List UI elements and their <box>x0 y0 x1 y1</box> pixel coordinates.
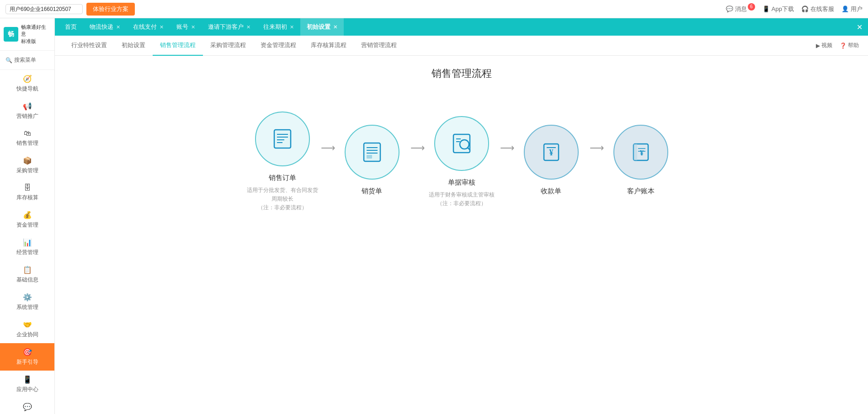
search-icon: 🔍 <box>5 57 12 64</box>
sidebar-item-finance-mgmt[interactable]: 💰 资金管理 <box>0 206 54 234</box>
sidebar-logo: 畅 畅康通好生意 标准版 <box>0 18 54 51</box>
flow-step-desc-sales-order: 适用于分批发货、有合同发货周期较长 （注：非必要流程） <box>246 186 319 212</box>
nav-tab-online-pay[interactable]: 在线支付 ✕ <box>127 18 170 36</box>
close-logistics-icon[interactable]: ✕ <box>116 24 120 30</box>
flow-step-name-sales-invoice: 销货单 <box>362 187 382 196</box>
flow-arrow-3: ⟶ <box>500 142 513 181</box>
nav-close-all-btn[interactable]: ✕ <box>855 21 864 33</box>
sidebar: 畅 畅康通好生意 标准版 🔍 搜索菜单 🧭 快捷导航 📢 营销推广 🛍 销售管理… <box>0 18 55 414</box>
sub-tab-right-actions: ▶ 视频 ❓ 帮助 <box>816 42 859 49</box>
purchase-mgmt-icon: 📦 <box>23 156 32 165</box>
flow-circle-doc-review <box>434 116 489 171</box>
subtab-industry-features[interactable]: 行业特性设置 <box>64 36 114 56</box>
close-online-pay-icon[interactable]: ✕ <box>160 24 164 30</box>
sub-tabs: 行业特性设置 初始设置 销售管理流程 采购管理流程 资金管理流程 库存核算流程 … <box>55 36 868 56</box>
online-service-item[interactable]: 🎧 在线客服 <box>801 5 834 13</box>
sidebar-item-quick-nav[interactable]: 🧭 快捷导航 <box>0 70 54 97</box>
user-select[interactable]: 用户690企业1660120507 <box>5 4 83 14</box>
sidebar-item-enterprise-collab[interactable]: 🤝 企业协同 <box>0 316 54 343</box>
flow-step-name-receipt-voucher: 收款单 <box>541 187 561 196</box>
flow-step-sales-order[interactable]: 销售订单 适用于分批发货、有合同发货周期较长 （注：非必要流程） <box>246 111 319 212</box>
user-label: 用户 <box>851 5 863 13</box>
close-period-icon[interactable]: ✕ <box>290 24 294 30</box>
enterprise-wechat-icon: 💬 <box>23 403 32 411</box>
system-mgmt-icon: ⚙️ <box>23 293 32 302</box>
svg-text:¥: ¥ <box>549 148 553 157</box>
app-center-icon: 📱 <box>23 375 32 384</box>
nav-bar: 首页 物流快递 ✕ 在线支付 ✕ 账号 ✕ 邀请下游客户 ✕ 往来期初 ✕ <box>55 18 868 36</box>
help-icon: ❓ <box>840 42 847 49</box>
svg-rect-5 <box>364 143 380 161</box>
subtab-sales-mgmt-flow[interactable]: 销售管理流程 <box>153 36 203 56</box>
app-download-item[interactable]: 📱 App下载 <box>762 5 794 13</box>
sidebar-item-sales-mgmt[interactable]: 🛍 销售管理 <box>0 125 54 152</box>
app-download-label: App下载 <box>772 5 794 13</box>
flow-circle-sales-invoice <box>345 125 399 180</box>
sidebar-item-app-center[interactable]: 📱 应用中心 <box>0 371 54 398</box>
svg-rect-0 <box>274 130 291 148</box>
svg-rect-9 <box>367 155 372 159</box>
subtab-purchase-mgmt-flow[interactable]: 采购管理流程 <box>203 36 253 56</box>
subtab-marketing-mgmt-flow[interactable]: 营销管理流程 <box>354 36 404 56</box>
message-item[interactable]: 💬 消息 6 <box>726 5 755 13</box>
user-item[interactable]: 👤 用户 <box>841 5 863 13</box>
flow-circle-sales-order <box>255 111 310 166</box>
nav-tab-invite-downstream[interactable]: 邀请下游客户 ✕ <box>202 18 257 36</box>
svg-text:¥: ¥ <box>640 149 644 157</box>
flow-step-doc-review[interactable]: 单据审核 适用于财务审核或主管审核 （注：非必要流程） <box>425 116 498 208</box>
main-layout: 畅 畅康通好生意 标准版 🔍 搜索菜单 🧭 快捷导航 📢 营销推广 🛍 销售管理… <box>0 18 868 414</box>
sidebar-item-enterprise-wechat[interactable]: 💬 企业微信 <box>0 398 54 414</box>
top-bar-left: 用户690企业1660120507 体验行业方案 <box>5 3 135 16</box>
sidebar-item-inventory[interactable]: 🗄 库存核算 <box>0 179 54 206</box>
message-label: 消息 <box>735 5 747 13</box>
flow-step-sales-invoice[interactable]: 销货单 <box>335 125 409 199</box>
content-area: 首页 物流快递 ✕ 在线支付 ✕ 账号 ✕ 邀请下游客户 ✕ 往来期初 ✕ <box>55 18 868 414</box>
message-badge: 6 <box>748 3 755 11</box>
online-service-label: 在线客服 <box>810 5 834 13</box>
flow-step-receipt-voucher[interactable]: ¥ 收款单 <box>515 125 588 199</box>
quick-nav-icon: 🧭 <box>23 74 32 83</box>
app-icon: 📱 <box>762 5 770 12</box>
video-btn[interactable]: ▶ 视频 <box>816 42 832 49</box>
flow-step-customer-ledger[interactable]: ¥ 客户账本 <box>604 125 677 199</box>
nav-tab-account[interactable]: 账号 ✕ <box>170 18 202 36</box>
trial-btn[interactable]: 体验行业方案 <box>86 3 135 16</box>
flow-circle-receipt-voucher: ¥ <box>524 125 579 180</box>
page-content: 销售管理流程 销售订单 适用于分批发货、有合同 <box>55 56 868 414</box>
nav-tab-initial-setup[interactable]: 初始设置 ✕ <box>300 18 344 36</box>
logo-icon: 畅 <box>4 27 18 42</box>
nav-tab-home[interactable]: 首页 <box>59 18 83 36</box>
top-bar-right: 💬 消息 6 📱 App下载 🎧 在线客服 👤 用户 <box>726 5 863 13</box>
sidebar-item-marketing-promo[interactable]: 📢 营销推广 <box>0 97 54 125</box>
page-title: 销售管理流程 <box>66 67 857 80</box>
close-account-icon[interactable]: ✕ <box>191 24 195 30</box>
flow-arrow-2: ⟶ <box>410 142 423 181</box>
nav-tab-period-init[interactable]: 往来期初 ✕ <box>257 18 300 36</box>
sidebar-item-purchase-mgmt[interactable]: 📦 采购管理 <box>0 152 54 179</box>
help-btn[interactable]: ❓ 帮助 <box>840 42 859 49</box>
user-avatar-icon: 👤 <box>841 5 849 12</box>
close-initial-setup-icon[interactable]: ✕ <box>333 24 337 30</box>
svg-rect-10 <box>453 134 470 153</box>
subtab-finance-mgmt-flow[interactable]: 资金管理流程 <box>253 36 304 56</box>
basic-info-icon: 📋 <box>23 265 32 274</box>
svg-rect-19 <box>634 144 637 160</box>
search-menu-btn[interactable]: 🔍 搜索菜单 <box>4 54 51 66</box>
top-bar: 用户690企业1660120507 体验行业方案 💬 消息 6 📱 App下载 … <box>0 0 868 18</box>
sidebar-item-operations-mgmt[interactable]: 📊 经营管理 <box>0 234 54 261</box>
sidebar-item-new-guide[interactable]: 🎯 新手引导 <box>0 343 54 371</box>
close-invite-icon[interactable]: ✕ <box>246 24 250 30</box>
flow-step-name-customer-ledger: 客户账本 <box>627 187 655 196</box>
flow-step-name-sales-order: 销售订单 <box>269 174 296 182</box>
flow-arrow-4: ⟶ <box>590 142 602 181</box>
subtab-initial-settings[interactable]: 初始设置 <box>114 36 153 56</box>
flow-step-name-doc-review: 单据审核 <box>448 178 475 187</box>
subtab-inventory-calc-flow[interactable]: 库存核算流程 <box>304 36 354 56</box>
sidebar-search-area: 🔍 搜索菜单 <box>0 51 54 70</box>
nav-tab-logistics[interactable]: 物流快递 ✕ <box>83 18 127 36</box>
sidebar-item-basic-info[interactable]: 📋 基础信息 <box>0 261 54 288</box>
sales-mgmt-icon: 🛍 <box>24 129 31 138</box>
sidebar-item-system-mgmt[interactable]: ⚙️ 系统管理 <box>0 288 54 316</box>
flow-circle-customer-ledger: ¥ <box>613 125 668 180</box>
enterprise-collab-icon: 🤝 <box>23 320 32 329</box>
